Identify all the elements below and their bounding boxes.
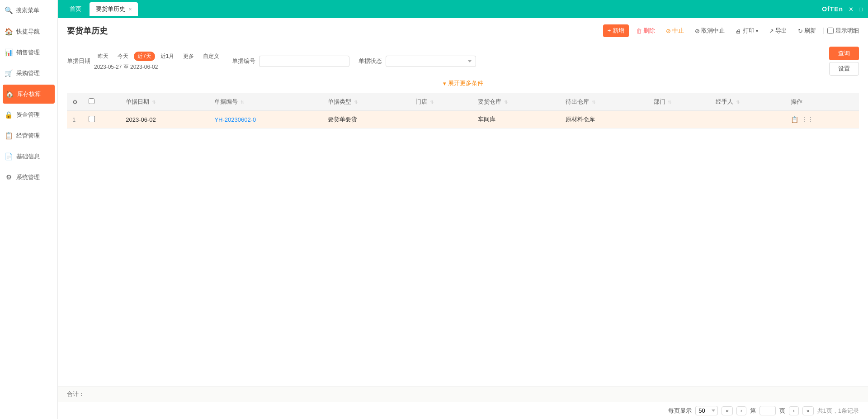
sort-icon: ⇅	[430, 100, 434, 105]
tab-home[interactable]: 首页	[63, 2, 88, 16]
tab-home-label: 首页	[70, 5, 81, 13]
topnav-maximize-btn[interactable]: □	[859, 6, 863, 13]
sort-icon: ⇅	[354, 100, 358, 105]
tab-requisition-history[interactable]: 要货单历史 ×	[90, 2, 138, 16]
topnav-close-btn[interactable]: ✕	[849, 6, 854, 13]
cell-pending-warehouse: 原材料仓库	[560, 111, 648, 129]
export-button[interactable]: ↗ 导出	[765, 25, 791, 37]
clipboard-icon: 📋	[5, 132, 13, 140]
prev-page-button[interactable]: ‹	[736, 406, 746, 415]
display-detail-checkbox[interactable]	[827, 28, 834, 34]
sidebar-item-finance[interactable]: 🔒 资金管理	[0, 105, 57, 125]
th-operations: 操作	[785, 93, 859, 111]
export-icon: ↗	[769, 28, 774, 34]
th-req-warehouse[interactable]: 要货仓库 ⇅	[472, 93, 560, 111]
th-date-label: 单据日期	[126, 98, 149, 105]
sort-icon: ⇅	[736, 100, 740, 105]
sort-icon: ⇅	[152, 100, 156, 105]
table-body: 1 2023-06-02 YH-20230602-0 要货单要货 车间库 原材料…	[67, 111, 859, 129]
th-department-label: 部门	[654, 98, 665, 105]
expand-more-icon: ▾	[443, 80, 446, 87]
print-button[interactable]: 🖨 打印 ▾	[732, 25, 762, 37]
sidebar-item-label: 快捷导航	[16, 28, 40, 36]
query-button[interactable]: 查询	[829, 47, 859, 60]
doc-number-filter-group: 单据编号	[232, 56, 349, 67]
th-settings[interactable]: ⚙	[67, 93, 83, 111]
sidebar-item-basic-info[interactable]: 📄 基础信息	[0, 146, 57, 167]
first-page-button[interactable]: «	[722, 406, 733, 415]
doc-number-input[interactable]	[259, 56, 349, 67]
select-all-checkbox[interactable]	[89, 98, 94, 104]
date-pill-last7days[interactable]: 近7天	[134, 52, 155, 61]
th-pending-warehouse[interactable]: 待出仓库 ⇅	[560, 93, 648, 111]
cell-num: 1	[67, 111, 83, 129]
date-pill-today[interactable]: 今天	[114, 52, 132, 61]
next-page-button[interactable]: ›	[789, 406, 799, 415]
sidebar-item-label: 资金管理	[16, 111, 40, 119]
sidebar-item-label: 销售管理	[16, 48, 40, 57]
page-suffix: 页	[779, 407, 785, 415]
table-header: ⚙ 单据日期 ⇅ 单据编号 ⇅ 单据类型 ⇅	[67, 93, 859, 111]
date-pill-custom[interactable]: 自定义	[199, 52, 223, 61]
date-pill-last-month[interactable]: 近1月	[157, 52, 178, 61]
doc-status-select[interactable]	[386, 56, 476, 67]
sidebar-item-label: 经营管理	[16, 132, 40, 140]
gear-icon: ⚙	[5, 173, 13, 181]
date-range-display: 2023-05-27 至 2023-06-02	[94, 63, 223, 71]
summary-label: 合计：	[67, 390, 85, 397]
sidebar-item-operations[interactable]: 📋 经营管理	[0, 125, 57, 146]
records-table: ⚙ 单据日期 ⇅ 单据编号 ⇅ 单据类型 ⇅	[67, 93, 859, 129]
th-handler[interactable]: 经手人 ⇅	[710, 93, 785, 111]
page-header: 要货单历史 + 新增 🗑 删除 ⊘ 中止 ⊘ 取消中止 🖨 打印	[58, 18, 868, 41]
display-detail-toggle[interactable]: 显示明细	[827, 27, 859, 35]
table-container: ⚙ 单据日期 ⇅ 单据编号 ⇅ 单据类型 ⇅	[58, 93, 868, 386]
tab-requisition-label: 要货单历史	[96, 5, 125, 13]
stop-button[interactable]: ⊘ 中止	[662, 25, 688, 37]
cell-handler	[710, 111, 785, 129]
cancel-stop-button[interactable]: ⊘ 取消中止	[691, 25, 728, 37]
row-operations: 📋 ⋮⋮	[791, 116, 854, 123]
th-doc-no[interactable]: 单据编号 ⇅	[209, 93, 322, 111]
th-store[interactable]: 门店 ⇅	[410, 93, 472, 111]
sidebar-item-sales[interactable]: 📊 销售管理	[0, 42, 57, 63]
last-page-button[interactable]: »	[802, 406, 814, 415]
doc-no-link[interactable]: YH-20230602-0	[214, 116, 256, 123]
sidebar-item-purchase[interactable]: 🛒 采购管理	[0, 63, 57, 84]
filter-settings-button[interactable]: 设置	[829, 62, 859, 76]
doc-icon: 📄	[5, 152, 13, 161]
th-date[interactable]: 单据日期 ⇅	[120, 93, 209, 111]
delete-button[interactable]: 🗑 删除	[632, 25, 659, 37]
th-doc-type[interactable]: 单据类型 ⇅	[322, 93, 410, 111]
per-page-select[interactable]: 50 10 20 100	[695, 406, 718, 415]
sidebar-search[interactable]: 🔍 搜索菜单	[0, 0, 57, 21]
th-pending-warehouse-label: 待出仓库	[566, 98, 589, 105]
view-detail-icon[interactable]: 📋	[791, 116, 798, 123]
sort-icon: ⇅	[241, 100, 244, 105]
new-button[interactable]: + 新增	[603, 24, 629, 37]
stop-icon: ⊘	[666, 28, 671, 34]
sidebar-item-system[interactable]: ⚙ 系统管理	[0, 167, 57, 188]
row-checkbox[interactable]	[89, 116, 95, 122]
page-number-input[interactable]: 1	[760, 406, 776, 415]
main-area: 首页 要货单历史 × OfTEn ✕ □ 要货单历史 + 新增 🗑 删除	[58, 0, 868, 419]
expand-more-btn[interactable]: ▾ 展开更多条件	[67, 79, 859, 87]
pagination: 每页显示 50 10 20 100 « ‹ 第 1 页 › » 共1页，1条记录	[58, 402, 868, 419]
close-tab-icon[interactable]: ×	[129, 6, 132, 12]
filter-right-area: 查询 设置	[829, 47, 859, 76]
th-department[interactable]: 部门 ⇅	[648, 93, 711, 111]
th-checkbox	[83, 93, 120, 111]
date-pills: 昨天 今天 近7天 近1月 更多 自定义	[94, 52, 223, 61]
table-row[interactable]: 1 2023-06-02 YH-20230602-0 要货单要货 车间库 原材料…	[67, 111, 859, 129]
sidebar-item-quick-nav[interactable]: 🏠 快捷导航	[0, 21, 57, 42]
sidebar-item-inventory[interactable]: 🏠 库存核算	[3, 85, 55, 104]
refresh-button[interactable]: ↻ 刷新	[794, 25, 820, 37]
more-ops-icon[interactable]: ⋮⋮	[801, 116, 814, 123]
sort-icon: ⇅	[504, 100, 508, 105]
page-content: 要货单历史 + 新增 🗑 删除 ⊘ 中止 ⊘ 取消中止 🖨 打印	[58, 18, 868, 419]
doc-number-label: 单据编号	[232, 57, 255, 65]
sidebar-item-label: 系统管理	[16, 173, 40, 181]
page-title: 要货单历史	[67, 25, 108, 36]
date-pill-more[interactable]: 更多	[179, 52, 198, 61]
sort-icon: ⇅	[592, 100, 595, 105]
date-pill-yesterday[interactable]: 昨天	[94, 52, 112, 61]
